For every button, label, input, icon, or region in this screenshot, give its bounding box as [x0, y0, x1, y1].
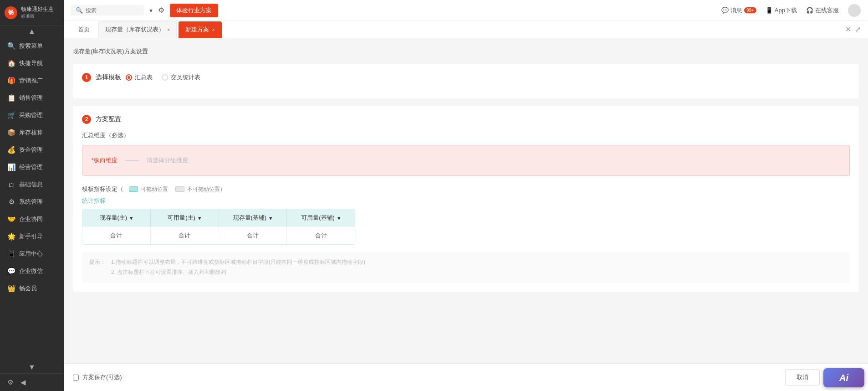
save-checkbox-label[interactable]: 方案保存(可选)	[73, 373, 122, 381]
sidebar-bottom: ⚙ ◀	[0, 373, 64, 391]
topbar: 🔍 ▾ ⚙ 体验行业方案 💬 消息 99+ 📱 App下载 🎧 在线客服	[64, 0, 868, 21]
sidebar-item-label-inventory: 库存核算	[19, 129, 43, 137]
sidebar-item-label-wechat: 企业微信	[19, 267, 43, 275]
sidebar-item-label-system: 系统管理	[19, 198, 43, 206]
sidebar-item-purchase[interactable]: 🛒 采购管理	[0, 107, 64, 124]
ai-badge-label: Ai	[839, 373, 848, 383]
tip-2: 2. 点击标题栏下拉可设置排序、插入列和删除列	[89, 268, 842, 278]
col-available-main[interactable]: 可用量(主) ▾	[151, 209, 219, 226]
app-download-label: App下载	[775, 6, 797, 15]
step2-header: 2 方案配置	[82, 115, 850, 124]
sidebar-item-basic-info[interactable]: 🗂 基础信息	[0, 176, 64, 193]
cancel-button[interactable]: 取消	[785, 369, 820, 386]
search-icon: 🔍	[76, 7, 83, 14]
non-draggable-legend-label: 不可拖动位置）	[187, 185, 225, 193]
sidebar-item-newcomer[interactable]: 🌟 新手引导	[0, 228, 64, 245]
app-download-btn[interactable]: 📱 App下载	[766, 6, 797, 15]
tabs-bar: 首页 现存量（库存状况表） × 新建方案 × ✕ ⤢	[64, 21, 868, 38]
message-icon: 💬	[721, 7, 729, 14]
save-checkbox-input[interactable]	[73, 375, 79, 381]
sidebar-item-quick-nav[interactable]: 🏠 快捷导航	[0, 55, 64, 72]
step2-section: 2 方案配置 汇总维度（必选） *纵向维度 —— 请选择分组维度 模板指标设定（…	[73, 106, 859, 292]
sidebar-item-label-basic-info: 基础信息	[19, 180, 43, 189]
wechat-icon: 💬	[7, 267, 15, 275]
new-plan-tab-close[interactable]: ×	[212, 27, 214, 32]
non-draggable-legend-box	[175, 186, 184, 192]
inventory-tab-label: 现存量（库存状况表）	[105, 26, 164, 34]
draggable-legend: 可拖动位置	[129, 185, 168, 193]
tab-home[interactable]: 首页	[71, 21, 97, 38]
sidebar-item-system[interactable]: ⚙ 系统管理	[0, 193, 64, 211]
template-radio-group: 汇总表 交叉统计表	[126, 73, 200, 82]
radio-cross[interactable]: 交叉统计表	[162, 73, 200, 82]
sidebar-item-inventory[interactable]: 📦 库存核算	[0, 124, 64, 141]
sidebar-item-label-purchase: 采购管理	[19, 111, 43, 119]
panel-title: 现存量(库存状况表)方案设置	[73, 47, 859, 56]
sidebar-item-search-menu[interactable]: 🔍 搜索菜单	[0, 37, 64, 55]
sidebar-scroll-up-btn[interactable]: ▲	[0, 26, 64, 37]
step2-badge: 2	[82, 115, 91, 124]
col-current-aux[interactable]: 现存量(基辅) ▾	[219, 209, 287, 226]
radio-summary-label: 汇总表	[135, 73, 153, 82]
message-badge: 99+	[744, 7, 756, 13]
message-btn[interactable]: 💬 消息 99+	[721, 6, 756, 15]
content-area: 现存量(库存状况表)方案设置 1 选择模板 汇总表 交叉统计表	[64, 38, 868, 363]
col-current-aux-label: 现存量(基辅)	[233, 214, 267, 222]
col-current-main-dropdown[interactable]: ▾	[130, 215, 133, 221]
user-avatar-btn[interactable]	[848, 4, 861, 17]
topbar-settings-btn[interactable]: ⚙	[158, 6, 164, 15]
settings-icon[interactable]: ⚙	[7, 378, 13, 386]
tab-inventory[interactable]: 现存量（库存状况表） ×	[98, 21, 177, 38]
col-current-aux-dropdown[interactable]: ▾	[269, 215, 272, 221]
step1-header: 1 选择模板 汇总表 交叉统计表	[82, 73, 850, 82]
indicator-header: 模板指标设定（ 可拖动位置 不可拖动位置）	[82, 185, 850, 193]
sidebar-logo: 畅 畅康通好生意 标准版	[0, 0, 64, 26]
home-tab-label: 首页	[78, 26, 90, 34]
tab-new-plan[interactable]: 新建方案 ×	[179, 21, 221, 38]
col-available-aux[interactable]: 可用量(基辅) ▾	[287, 209, 355, 226]
sidebar-items-container: 🔍 搜索菜单 🏠 快捷导航 🎁 营销推广 📋 销售管理 🛒 采购管理 📦 库存核…	[0, 37, 64, 361]
ai-badge[interactable]: Ai	[823, 368, 864, 387]
sidebar-item-marketing[interactable]: 🎁 营销推广	[0, 72, 64, 89]
table-data-row: 合计 合计 合计 合计	[82, 226, 355, 244]
save-checkbox-text: 方案保存(可选)	[82, 373, 122, 381]
newcomer-icon: 🌟	[7, 232, 15, 241]
sidebar-item-vip[interactable]: 👑 畅会员	[0, 280, 64, 297]
vertical-dimension-label: *纵向维度	[92, 156, 117, 165]
inventory-tab-close[interactable]: ×	[167, 27, 170, 32]
sidebar-item-sales[interactable]: 📋 销售管理	[0, 89, 64, 107]
quick-nav-icon: 🏠	[7, 59, 15, 67]
sidebar-scroll-down-btn[interactable]: ▼	[0, 361, 64, 373]
sidebar-item-operations[interactable]: 📊 经营管理	[0, 159, 64, 176]
col-available-main-dropdown[interactable]: ▾	[198, 215, 201, 221]
search-dropdown-btn[interactable]: ▾	[149, 7, 153, 14]
step1-title: 选择模板	[96, 73, 121, 82]
search-box[interactable]: 🔍	[71, 5, 144, 15]
finance-icon: 💰	[7, 146, 15, 154]
tab-close-panel-btn[interactable]: ✕	[845, 25, 851, 34]
trial-btn[interactable]: 体验行业方案	[170, 4, 218, 17]
tips-section: 提示： 1.拖动标题栏可以调整布局，不可跨维度或指标区域拖动栏目字段(只能在同一…	[82, 252, 850, 283]
sidebar-item-label-cooperation: 企业协同	[19, 215, 43, 223]
col-available-main-label: 可用量(主)	[168, 214, 195, 222]
col-current-main-label: 现存量(主)	[100, 214, 128, 222]
col-current-main[interactable]: 现存量(主) ▾	[82, 209, 151, 226]
sidebar-item-cooperation[interactable]: 🤝 企业协同	[0, 211, 64, 228]
col-available-aux-dropdown[interactable]: ▾	[337, 215, 341, 221]
sidebar-item-app-center[interactable]: 📱 应用中心	[0, 245, 64, 262]
radio-summary[interactable]: 汇总表	[126, 73, 153, 82]
sidebar-item-label-vip: 畅会员	[19, 284, 37, 293]
dimension-area[interactable]: *纵向维度 —— 请选择分组维度	[82, 145, 850, 176]
search-input[interactable]	[86, 7, 131, 14]
collapse-icon[interactable]: ◀	[20, 378, 26, 386]
step1-section: 1 选择模板 汇总表 交叉统计表	[73, 64, 859, 98]
sidebar-item-label-sales: 销售管理	[19, 94, 43, 102]
online-service-btn[interactable]: 🎧 在线客服	[806, 6, 839, 15]
basic-info-icon: 🗂	[7, 180, 15, 189]
step1-badge: 1	[82, 73, 91, 82]
footer-bar: 方案保存(可选) 取消 查询	[64, 363, 868, 391]
sidebar-item-label-quick-nav: 快捷导航	[19, 59, 43, 67]
sidebar-item-finance[interactable]: 💰 资金管理	[0, 141, 64, 159]
sidebar-item-wechat[interactable]: 💬 企业微信	[0, 262, 64, 280]
tab-expand-btn[interactable]: ⤢	[855, 25, 861, 34]
